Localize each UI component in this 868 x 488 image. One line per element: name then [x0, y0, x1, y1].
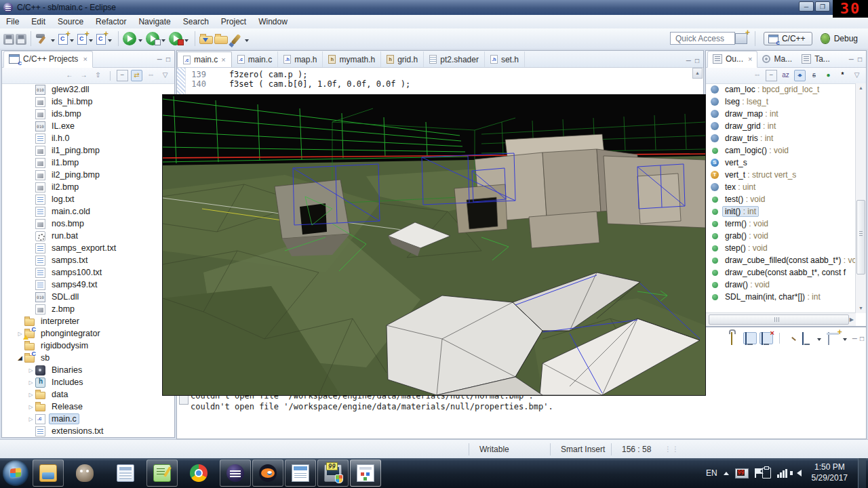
scrollbar-thumb[interactable]: [856, 200, 865, 274]
menu-search[interactable]: Search: [177, 17, 215, 26]
action-center-flag-icon[interactable]: [755, 468, 756, 478]
maximize-view-icon[interactable]: □: [858, 56, 862, 63]
scrollbar-thumb[interactable]: [709, 314, 849, 325]
run-last-icon[interactable]: [169, 32, 182, 45]
restore-button[interactable]: ❐: [815, 1, 830, 12]
new-c-file-dropdown-icon[interactable]: [70, 39, 74, 44]
outline-item[interactable]: draw_grid : int: [706, 120, 856, 132]
tree-item[interactable]: log.txt: [2, 193, 174, 205]
tree-item[interactable]: 010IL.exe: [2, 120, 174, 132]
view-menu-icon[interactable]: ▽: [159, 70, 171, 81]
tree-item[interactable]: nos.bmp: [2, 218, 174, 230]
run-icon[interactable]: [123, 32, 136, 45]
minimize-view-icon[interactable]: ─: [852, 335, 857, 342]
editor-tab-main.c[interactable]: .cmain.c: [232, 52, 278, 67]
format-brush-icon[interactable]: [231, 34, 241, 45]
maximize-view-icon[interactable]: □: [166, 56, 170, 63]
build-dropdown-icon[interactable]: [51, 39, 55, 44]
clock[interactable]: 1:50 PM 5/29/2017: [808, 462, 852, 483]
menu-source[interactable]: Source: [52, 17, 90, 26]
collapse-all-icon[interactable]: −: [766, 70, 777, 81]
tree-item[interactable]: il.h.0: [2, 132, 174, 144]
tree-item[interactable]: 010glew32.dll: [2, 83, 174, 96]
taskbar-app-eclipse[interactable]: [220, 460, 251, 487]
expand-arrow-icon[interactable]: ▷: [26, 380, 35, 386]
minimize-view-icon[interactable]: ─: [849, 56, 854, 63]
outline-item[interactable]: draw_map : int: [706, 108, 856, 120]
quick-access-field[interactable]: Quick Access: [670, 32, 735, 45]
tree-item[interactable]: samps_export.txt: [2, 242, 174, 254]
expand-arrow-icon[interactable]: ◢: [16, 354, 24, 361]
taskbar-app-calculator[interactable]: [111, 460, 140, 487]
new-c-file-icon[interactable]: [58, 34, 68, 45]
taskbar-app-wordpad[interactable]: [285, 460, 316, 487]
menu-project[interactable]: Project: [215, 17, 252, 26]
view-menu-icon[interactable]: ▽: [851, 70, 863, 81]
menu-file[interactable]: File: [0, 17, 25, 26]
start-button[interactable]: [3, 460, 28, 486]
outline-item[interactable]: draw() : void: [706, 279, 856, 291]
tray-monitor-icon[interactable]: 99: [735, 468, 749, 479]
collapse-all-icon[interactable]: −: [117, 70, 128, 81]
outline-item[interactable]: draw_cube(const aabb_t*, const f: [706, 266, 856, 279]
outline-item[interactable]: SDL_main(int, char*[]) : int: [706, 291, 856, 303]
close-icon[interactable]: ×: [748, 55, 752, 63]
expand-arrow-icon[interactable]: ▷: [26, 392, 35, 398]
save-icon[interactable]: [3, 34, 14, 45]
expand-arrow-icon[interactable]: ▷: [26, 404, 35, 410]
game-viewport[interactable]: [163, 95, 705, 395]
outline-item[interactable]: term() : void: [706, 218, 856, 230]
menu-edit[interactable]: Edit: [25, 17, 52, 26]
sort-icon[interactable]: az: [780, 70, 791, 81]
run-external-dropdown-icon[interactable]: [161, 39, 165, 44]
close-icon[interactable]: ×: [221, 56, 225, 64]
run-external-tools-icon[interactable]: [146, 32, 159, 45]
outline-item[interactable]: cam_loc : bpcd_grid_loc_t: [706, 83, 856, 96]
taskbar-app-blender[interactable]: [252, 460, 283, 487]
console-dropdown-icon[interactable]: [817, 338, 821, 343]
show-desktop-button[interactable]: [858, 458, 866, 488]
minimize-editor-icon[interactable]: ─: [686, 57, 691, 64]
format-dropdown-icon[interactable]: [245, 39, 249, 44]
outline-item[interactable]: draw_cube_filled(const aabb_t*) : void: [706, 254, 856, 266]
outline-item[interactable]: init() : int: [706, 205, 856, 218]
tree-item[interactable]: ids.bmp: [2, 108, 174, 120]
show-console-on-output-icon[interactable]: [745, 332, 747, 345]
tab-task-list[interactable]: Ta...: [797, 52, 835, 67]
tree-item[interactable]: 010SDL.dll: [2, 291, 174, 303]
taskbar-app-notepad-plus-plus[interactable]: [146, 460, 178, 487]
outline-item[interactable]: Tvert_t : struct vert_s: [706, 169, 856, 181]
view-menu-dots-icon[interactable]: ◦◦: [751, 70, 763, 81]
tree-item[interactable]: ▷main.c: [2, 413, 174, 425]
editor-tab-set.h[interactable]: .hset.h: [485, 52, 525, 67]
editor-tab-pt2.shader[interactable]: pt2.shader: [424, 52, 485, 67]
tree-item[interactable]: extensions.txt: [2, 425, 174, 437]
perspective-cpp-button[interactable]: C/C++: [764, 32, 812, 45]
outline-item[interactable]: tex : uint: [706, 181, 856, 193]
tree-item[interactable]: ids_hi.bmp: [2, 96, 174, 108]
outline-item[interactable]: grab() : void: [706, 230, 856, 242]
taskbar-app-engine-app[interactable]: [350, 460, 381, 487]
maximize-editor-icon[interactable]: □: [695, 57, 699, 64]
volume-icon[interactable]: [793, 470, 802, 476]
close-icon[interactable]: ×: [83, 55, 87, 63]
expand-arrow-icon[interactable]: ▷: [26, 367, 35, 373]
tree-item[interactable]: samps49.txt: [2, 279, 174, 291]
minimize-view-icon[interactable]: ─: [157, 56, 162, 63]
menu-navigate[interactable]: Navigate: [132, 17, 176, 26]
perspective-debug-button[interactable]: Debug: [817, 33, 864, 45]
up-icon[interactable]: ⇧: [92, 70, 104, 81]
new-c-class-icon[interactable]: [77, 34, 87, 45]
tree-item[interactable]: ▷data: [2, 388, 174, 401]
open-perspective-icon[interactable]: [735, 33, 747, 44]
language-indicator[interactable]: EN: [706, 468, 717, 478]
outline-item[interactable]: test() : void: [706, 193, 856, 205]
save-all-icon[interactable]: [16, 34, 26, 45]
tree-item[interactable]: il2_ping.bmp: [2, 169, 174, 181]
tab-outline[interactable]: Ou... ×: [707, 51, 757, 68]
clipboard-icon[interactable]: [762, 468, 771, 479]
menu-window[interactable]: Window: [252, 17, 294, 26]
forward-icon[interactable]: →: [78, 70, 90, 81]
show-console-on-error-icon[interactable]: [762, 332, 763, 345]
expand-arrow-icon[interactable]: ▷: [26, 416, 35, 422]
